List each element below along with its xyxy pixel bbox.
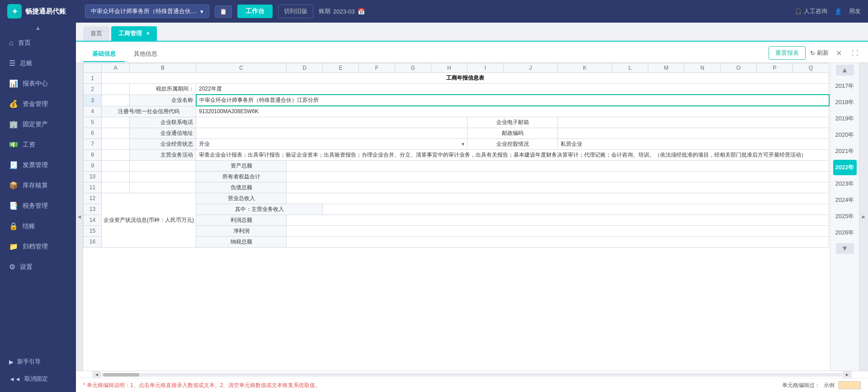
account-period-label: 账期 <box>319 7 330 15</box>
page-content: 基础信息 其他信息 重置报表 ↻ 刷新 ✕ ⛶ ◄ <box>76 41 868 392</box>
sidebar-item-asset[interactable]: 🏢 固定资产 <box>0 114 76 134</box>
cell-edit-tip: * 单元格编辑说明：1、点击单元格直接录入数值或文本。2、清空单元格数值或文本恢… <box>83 382 321 389</box>
cell-9-d[interactable] <box>287 160 829 171</box>
cell-11-d[interactable] <box>287 182 829 193</box>
inventory-icon: 📦 <box>9 181 18 190</box>
sidebar-item-inventory[interactable]: 📦 库存核算 <box>0 175 76 196</box>
cell-10-d[interactable] <box>287 171 829 182</box>
year-item-2022[interactable]: 2022年 <box>833 160 857 175</box>
service-button[interactable]: 🎧 人工咨询 <box>795 7 827 15</box>
header-right: 🎧 人工咨询 👤 用友 <box>795 7 861 15</box>
cell-5-ij: 企业电子邮箱 <box>467 117 558 128</box>
refresh-button[interactable]: ↻ 刷新 <box>810 49 829 57</box>
right-collapse-btn[interactable]: ► <box>859 63 868 371</box>
sub-tab-other[interactable]: 其他信息 <box>125 47 166 62</box>
year-item-2019[interactable]: 2019年 <box>833 111 857 126</box>
col-header-q: Q <box>793 63 829 73</box>
row-num-1: 1 <box>84 73 102 84</box>
cell-14-c: 利润总额 <box>196 215 287 225</box>
year-2023-label: 2023年 <box>835 180 854 187</box>
cell-3-a <box>102 95 130 106</box>
cell-12-d[interactable] <box>287 193 829 204</box>
cancel-fixed-button[interactable]: ◄◄ 取消固定 <box>0 370 76 387</box>
sidebar-item-settings[interactable]: ⚙ 设置 <box>0 257 76 277</box>
sidebar-item-home[interactable]: ⌂ 首页 <box>0 33 76 53</box>
cell-8-a <box>102 149 130 160</box>
cell-15-d[interactable] <box>287 225 829 236</box>
sidebar-item-archive[interactable]: 📁 归档管理 <box>0 236 76 257</box>
sidebar-item-invoice[interactable]: 🧾 发票管理 <box>0 155 76 175</box>
sidebar-item-tax[interactable]: 📑 税务管理 <box>0 196 76 216</box>
cell-12-ab: 企业资产状况信息(币种：人民币万元) <box>102 193 196 247</box>
row-num-3: 3 <box>84 95 102 106</box>
table-row: 11 负债总额 <box>84 182 829 193</box>
scroll-right-button[interactable]: ► <box>843 371 852 378</box>
gear-icon: ⚙ <box>9 263 15 271</box>
year-scroll-down-button[interactable]: ▼ <box>836 243 854 254</box>
page-close-button[interactable]: ✕ <box>833 48 844 58</box>
row-num-9: 9 <box>84 160 102 171</box>
year-scroll-up-button[interactable]: ▲ <box>836 65 854 76</box>
sidebar-item-report[interactable]: 📊 报表中心 <box>0 73 76 94</box>
h-scrollbar-thumb[interactable] <box>103 373 139 377</box>
reset-report-button[interactable]: 重置报表 <box>769 46 806 60</box>
year-item-2018[interactable]: 2018年 <box>833 95 857 110</box>
year-item-2026[interactable]: 2026年 <box>833 225 857 240</box>
cell-4-c[interactable]: 91320100MA208E5W6K <box>196 106 829 117</box>
spreadsheet-container[interactable]: A B C D E F G H I J K L <box>83 63 830 371</box>
cell-16-d[interactable] <box>287 236 829 247</box>
archive-icon-btn[interactable]: 📋 <box>215 5 232 18</box>
left-collapse-btn[interactable]: ◄ <box>76 63 83 371</box>
year-2024-label: 2024年 <box>835 196 854 203</box>
salary-icon: 💵 <box>9 140 18 149</box>
cell-3-c[interactable]: 中审众环会计师事务所（特殊普通合伙）江苏分所 <box>196 95 829 106</box>
cell-7-b: 企业经营状态 <box>129 139 196 149</box>
cell-14-d[interactable] <box>287 215 829 225</box>
cell-6-kq[interactable] <box>558 128 829 139</box>
cell-7-c[interactable]: 开业 ▼ <box>196 139 467 149</box>
year-item-2017[interactable]: 2017年 <box>833 78 857 94</box>
old-version-button[interactable]: 切到旧版 <box>278 5 313 18</box>
company-selector[interactable]: 中审众环会计师事务所（特殊普通合伙… ▾ <box>85 5 209 18</box>
row-num-5: 5 <box>84 117 102 128</box>
calendar-icon[interactable]: 📅 <box>358 8 365 15</box>
cell-10-b <box>129 171 196 182</box>
sidebar-item-label: 库存核算 <box>23 182 48 190</box>
cell-5-cdf[interactable] <box>196 117 467 128</box>
cell-13-e[interactable] <box>323 204 829 215</box>
tab-business[interactable]: 工商管理 × <box>111 26 157 41</box>
sidebar-item-salary[interactable]: 💵 工资 <box>0 134 76 155</box>
cell-5-kq[interactable] <box>558 117 829 128</box>
spreadsheet-table: A B C D E F G H I J K L <box>83 63 830 248</box>
sub-tab-basic[interactable]: 基础信息 <box>83 47 125 62</box>
cell-11-a <box>102 182 130 193</box>
cell-10-a <box>102 171 130 182</box>
cell-2-c[interactable]: 2022年度 <box>196 84 829 95</box>
cell-7-kq[interactable]: 私营企业 <box>558 139 829 149</box>
new-user-guide[interactable]: ▶ 新手引导 <box>0 353 76 370</box>
close-accounts-icon: 🔒 <box>9 222 18 230</box>
sidebar-item-capital[interactable]: 💰 资金管理 <box>0 94 76 114</box>
table-row: 9 资产总额 <box>84 160 829 171</box>
scroll-left-button[interactable]: ◄ <box>92 371 101 378</box>
bottom-bar: * 单元格编辑说明：1、点击单元格直接录入数值或文本。2、清空单元格数值或文本恢… <box>76 378 868 392</box>
cell-6-c[interactable] <box>196 128 467 139</box>
tab-home[interactable]: 首页 <box>83 26 109 41</box>
year-item-2024[interactable]: 2024年 <box>833 192 857 208</box>
year-item-2021[interactable]: 2021年 <box>833 143 857 159</box>
tab-close-icon[interactable]: × <box>146 30 150 37</box>
col-header-o: O <box>721 63 757 73</box>
workbench-button[interactable]: 工作台 <box>237 5 273 18</box>
year-item-2020[interactable]: 2020年 <box>833 127 857 143</box>
cell-8-c[interactable]: 审查企业会计报表；出具审计报告；验证企业资本；出具验资报告；办理企业合并、分立、… <box>196 149 829 160</box>
sidebar-item-close[interactable]: 🔒 结账 <box>0 216 76 236</box>
sidebar-item-ledger[interactable]: ☰ 总账 <box>0 53 76 73</box>
sidebar-scroll-up[interactable]: ▲ <box>0 23 76 33</box>
company-name: 中审众环会计师事务所（特殊普通合伙… <box>91 7 197 15</box>
h-scrollbar-track[interactable] <box>101 373 843 377</box>
year-item-2025[interactable]: 2025年 <box>833 209 857 224</box>
page-expand-button[interactable]: ⛶ <box>849 48 861 57</box>
year-item-2023[interactable]: 2023年 <box>833 176 857 191</box>
capital-icon: 💰 <box>9 100 18 108</box>
spreadsheet-title-cell[interactable]: 工商年报信息表 <box>102 73 829 84</box>
